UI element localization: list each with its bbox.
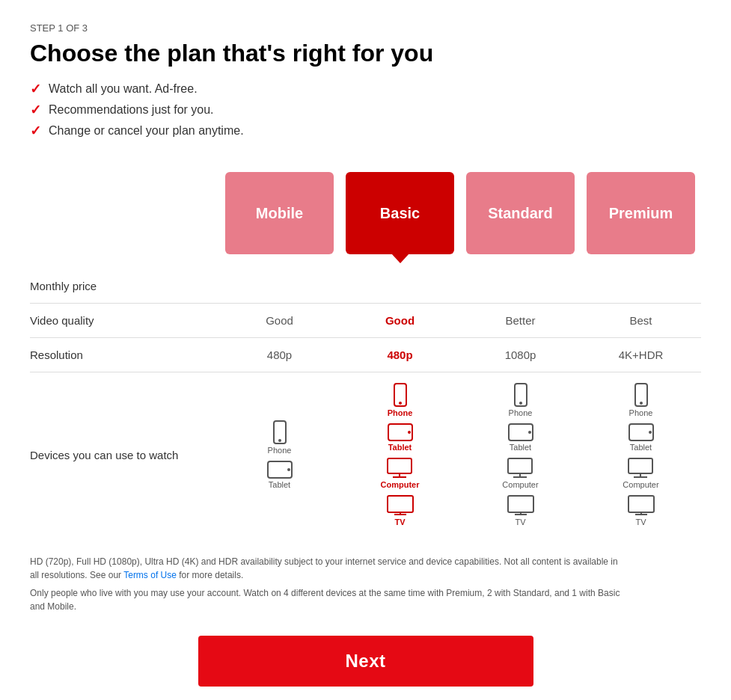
svg-point-1 bbox=[278, 439, 281, 442]
mobile-resolution: 480p bbox=[219, 338, 340, 372]
check-icon-3: ✓ bbox=[30, 123, 41, 139]
basic-tablet-device: Tablet bbox=[388, 423, 413, 452]
devices-label: Devices you can use to watch bbox=[30, 372, 219, 537]
svg-rect-11 bbox=[388, 496, 413, 512]
check-icon-2: ✓ bbox=[30, 102, 41, 118]
tablet-icon-std bbox=[508, 423, 533, 441]
resolution-label: Resolution bbox=[30, 338, 219, 372]
svg-point-7 bbox=[408, 431, 411, 434]
monthly-price-row: Monthly price bbox=[30, 269, 701, 304]
svg-rect-31 bbox=[628, 496, 654, 512]
tablet-icon bbox=[267, 461, 293, 479]
tablet-icon-prem bbox=[628, 423, 654, 441]
standard-devices: Phone Tablet bbox=[460, 372, 581, 537]
computer-icon-prem bbox=[628, 458, 653, 479]
computer-icon-std bbox=[507, 458, 533, 479]
footnote-2: Only people who live with you may use yo… bbox=[30, 586, 628, 613]
basic-resolution: 480p bbox=[340, 338, 460, 372]
plan-card-premium[interactable]: Premium bbox=[587, 172, 695, 254]
basic-video-quality: Good bbox=[340, 304, 460, 338]
step-label: STEP 1 OF 3 bbox=[30, 22, 701, 34]
premium-resolution: 4K+HDR bbox=[581, 338, 701, 372]
svg-rect-28 bbox=[628, 458, 652, 473]
page-title: Choose the plan that's right for you bbox=[30, 40, 701, 67]
feature-item-1: ✓ Watch all you want. Ad-free. bbox=[30, 81, 701, 97]
svg-point-17 bbox=[528, 431, 531, 434]
tv-icon-prem bbox=[628, 495, 655, 516]
svg-rect-8 bbox=[388, 458, 412, 473]
premium-computer-device: Computer bbox=[623, 458, 658, 489]
feature-item-2: ✓ Recommendations just for you. bbox=[30, 102, 701, 118]
tablet-icon-selected bbox=[388, 423, 413, 441]
phone-icon-selected bbox=[393, 383, 408, 407]
mobile-tablet-device: Tablet bbox=[267, 461, 293, 489]
premium-tv-device: TV bbox=[628, 495, 655, 526]
tv-icon-std bbox=[507, 495, 534, 516]
svg-point-25 bbox=[640, 402, 643, 405]
premium-video-quality: Best bbox=[581, 304, 701, 338]
standard-resolution: 1080p bbox=[460, 338, 581, 372]
footnotes: HD (720p), Full HD (1080p), Ultra HD (4K… bbox=[30, 555, 628, 613]
mobile-video-quality: Good bbox=[219, 304, 340, 338]
svg-point-27 bbox=[649, 431, 652, 434]
standard-tv-device: TV bbox=[507, 495, 534, 526]
features-list: ✓ Watch all you want. Ad-free. ✓ Recomme… bbox=[30, 81, 701, 139]
standard-computer-device: Computer bbox=[502, 458, 538, 489]
mobile-devices: Phone Tablet bbox=[219, 372, 340, 537]
standard-tablet-device: Tablet bbox=[508, 423, 533, 452]
plan-card-mobile[interactable]: Mobile bbox=[225, 172, 334, 254]
video-quality-row: Video quality Good Good Better Best bbox=[30, 304, 701, 338]
premium-tablet-device: Tablet bbox=[628, 423, 654, 452]
phone-icon bbox=[272, 420, 287, 444]
terms-of-use-link[interactable]: Terms of Use bbox=[123, 570, 177, 580]
tv-icon-selected bbox=[387, 495, 414, 516]
basic-computer-device: Computer bbox=[381, 458, 420, 489]
monthly-price-label: Monthly price bbox=[30, 269, 219, 304]
premium-phone-device: Phone bbox=[629, 383, 653, 417]
svg-rect-21 bbox=[508, 496, 533, 512]
svg-point-3 bbox=[287, 468, 290, 471]
plan-cards-row: Mobile Basic Standard Premium bbox=[30, 162, 701, 269]
phone-icon-std bbox=[513, 383, 528, 407]
premium-devices: Phone Tablet bbox=[581, 372, 701, 537]
devices-row: Devices you can use to watch Phone bbox=[30, 372, 701, 537]
feature-item-3: ✓ Change or cancel your plan anytime. bbox=[30, 123, 701, 139]
svg-point-5 bbox=[399, 402, 402, 405]
standard-video-quality: Better bbox=[460, 304, 581, 338]
video-quality-label: Video quality bbox=[30, 304, 219, 338]
plan-card-basic[interactable]: Basic bbox=[346, 172, 454, 254]
basic-phone-device: Phone bbox=[388, 383, 413, 417]
computer-icon-selected bbox=[387, 458, 412, 479]
footnote-1: HD (720p), Full HD (1080p), Ultra HD (4K… bbox=[30, 555, 628, 582]
standard-phone-device: Phone bbox=[509, 383, 533, 417]
plan-card-standard[interactable]: Standard bbox=[466, 172, 575, 254]
basic-devices: Phone Tablet bbox=[340, 372, 460, 537]
basic-tv-device: TV bbox=[387, 495, 414, 526]
svg-rect-18 bbox=[508, 458, 532, 473]
comparison-table: Mobile Basic Standard Premium Monthly pr… bbox=[30, 162, 701, 537]
mobile-phone-device: Phone bbox=[268, 420, 292, 455]
resolution-row: Resolution 480p 480p 1080p 4K+HDR bbox=[30, 338, 701, 372]
svg-point-15 bbox=[519, 402, 522, 405]
check-icon-1: ✓ bbox=[30, 81, 41, 97]
next-button[interactable]: Next bbox=[198, 636, 533, 687]
phone-icon-prem bbox=[634, 383, 649, 407]
